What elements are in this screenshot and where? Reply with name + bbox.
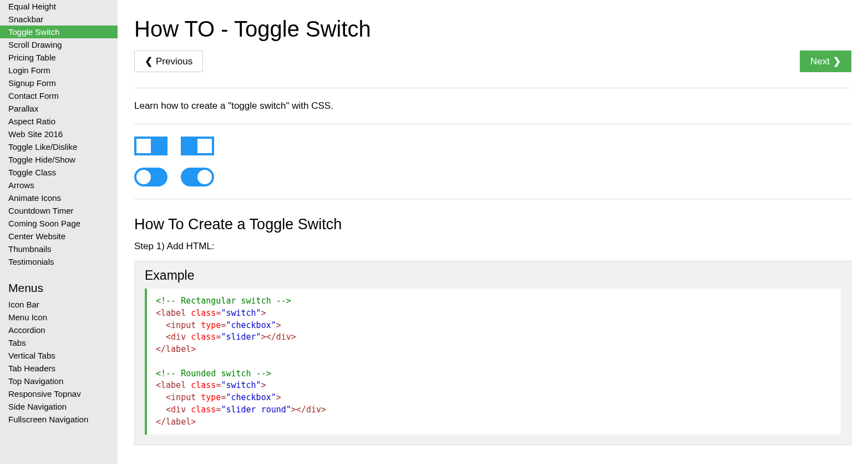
toggle-switch-rect-on[interactable] bbox=[181, 137, 214, 155]
chevron-left-icon: ❮ bbox=[145, 56, 153, 67]
sidebar-item[interactable]: Pricing Table bbox=[0, 51, 118, 64]
main-content: How TO - Toggle Switch ❮ Previous Next ❯… bbox=[118, 0, 868, 464]
sidebar: Equal Height Snackbar Toggle Switch Scro… bbox=[0, 0, 118, 464]
example-box: Example <!-- Rectangular switch --> <lab… bbox=[134, 261, 851, 445]
previous-button[interactable]: ❮ Previous bbox=[134, 51, 203, 72]
slider-knob bbox=[136, 170, 151, 184]
sidebar-item[interactable]: Countdown Timer bbox=[0, 204, 118, 217]
switch-row-rect bbox=[134, 137, 851, 155]
sidebar-item[interactable]: Login Form bbox=[0, 64, 118, 77]
sidebar-item[interactable]: Icon Bar bbox=[0, 298, 118, 311]
next-button[interactable]: Next ❯ bbox=[800, 51, 851, 72]
divider bbox=[134, 199, 851, 199]
intro-text: Learn how to create a "toggle switch" wi… bbox=[134, 100, 851, 112]
example-title: Example bbox=[145, 268, 841, 283]
sidebar-item[interactable]: Contact Form bbox=[0, 89, 118, 102]
toggle-switch-round-on[interactable] bbox=[181, 168, 214, 186]
sidebar-item[interactable]: Toggle Class bbox=[0, 166, 118, 179]
slider-knob bbox=[136, 139, 151, 153]
sidebar-heading-menus: Menus bbox=[0, 268, 118, 298]
sidebar-item[interactable]: Parallax bbox=[0, 102, 118, 115]
chevron-right-icon: ❯ bbox=[833, 56, 841, 67]
previous-label: Previous bbox=[156, 56, 192, 67]
sidebar-item[interactable]: Menu Icon bbox=[0, 311, 118, 324]
next-label: Next bbox=[810, 56, 830, 67]
nav-row: ❮ Previous Next ❯ bbox=[134, 51, 851, 72]
sidebar-item[interactable]: Side Navigation bbox=[0, 400, 118, 413]
slider-knob bbox=[197, 139, 212, 153]
sidebar-item[interactable]: Aspect Ratio bbox=[0, 115, 118, 128]
sidebar-item[interactable]: Accordion bbox=[0, 324, 118, 336]
sidebar-item[interactable]: Tabs bbox=[0, 336, 118, 349]
divider bbox=[134, 124, 851, 124]
section-title: How To Create a Toggle Switch bbox=[134, 216, 851, 233]
sidebar-item-toggle-switch[interactable]: Toggle Switch bbox=[0, 26, 118, 38]
toggle-switch-round-off[interactable] bbox=[134, 168, 167, 186]
sidebar-item[interactable]: Top Navigation bbox=[0, 375, 118, 387]
sidebar-item[interactable]: Thumbnails bbox=[0, 243, 118, 255]
sidebar-item[interactable]: Web Site 2016 bbox=[0, 128, 118, 140]
sidebar-item[interactable]: Arrows bbox=[0, 179, 118, 191]
sidebar-item[interactable]: Snackbar bbox=[0, 13, 118, 26]
sidebar-item[interactable]: Signup Form bbox=[0, 77, 118, 89]
code-block: <!-- Rectangular switch --> <label class… bbox=[145, 289, 841, 435]
step-text: Step 1) Add HTML: bbox=[134, 241, 851, 252]
sidebar-item[interactable]: Animate Icons bbox=[0, 191, 118, 204]
sidebar-item[interactable]: Center Website bbox=[0, 230, 118, 243]
sidebar-item[interactable]: Scroll Drawing bbox=[0, 38, 118, 51]
toggle-switch-rect-off[interactable] bbox=[134, 137, 167, 155]
sidebar-item[interactable]: Toggle Like/Dislike bbox=[0, 140, 118, 153]
sidebar-item[interactable]: Testimonials bbox=[0, 255, 118, 268]
sidebar-item[interactable]: Fullscreen Navigation bbox=[0, 413, 118, 426]
slider-knob bbox=[197, 170, 212, 184]
sidebar-item[interactable]: Tab Headers bbox=[0, 362, 118, 375]
divider bbox=[134, 88, 851, 88]
sidebar-item[interactable]: Equal Height bbox=[0, 0, 118, 13]
page-title: How TO - Toggle Switch bbox=[134, 17, 851, 42]
sidebar-item[interactable]: Toggle Hide/Show bbox=[0, 153, 118, 166]
switch-row-round bbox=[134, 168, 851, 186]
sidebar-item[interactable]: Responsive Topnav bbox=[0, 387, 118, 400]
sidebar-item[interactable]: Vertical Tabs bbox=[0, 349, 118, 362]
sidebar-item[interactable]: Coming Soon Page bbox=[0, 217, 118, 230]
